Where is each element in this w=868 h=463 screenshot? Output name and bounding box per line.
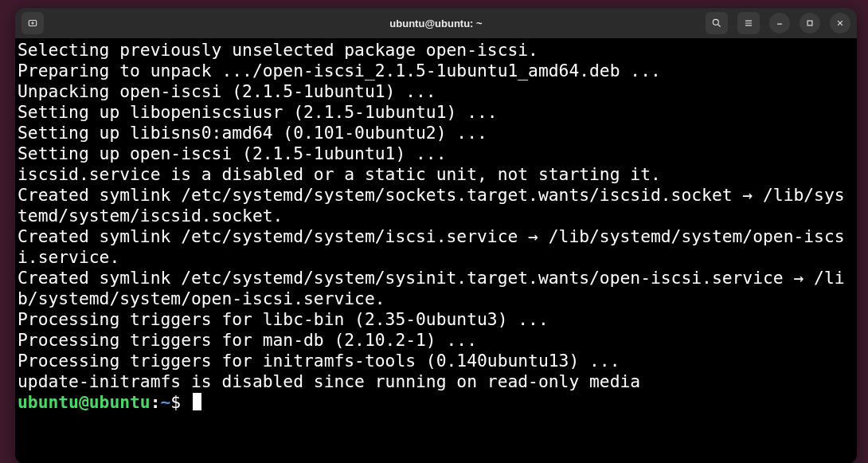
window-title: ubuntu@ubuntu: ~ (389, 18, 482, 29)
prompt-symbol: $ (170, 392, 181, 412)
terminal-output-line: Created symlink /etc/systemd/system/sysi… (18, 268, 854, 309)
terminal-output-line: Processing triggers for initramfs-tools … (18, 351, 854, 371)
prompt-path: ~ (161, 392, 171, 412)
svg-rect-9 (807, 21, 812, 26)
cursor (193, 393, 201, 410)
terminal-output-line: Setting up libopeniscsiusr (2.1.5-1ubunt… (18, 102, 854, 123)
terminal-output-line: Created symlink /etc/systemd/system/sock… (18, 185, 854, 226)
terminal-content[interactable]: Selecting previously unselected package … (15, 38, 857, 463)
terminal-output-line: Setting up libisns0:amd64 (0.101-0ubuntu… (18, 123, 854, 143)
terminal-output-line: iscsid.service is a disabled or a static… (18, 164, 854, 185)
svg-line-4 (718, 25, 721, 27)
terminal-output-line: update-initramfs is disabled since runni… (18, 371, 854, 392)
terminal-output-line: Processing triggers for libc-bin (2.35-0… (18, 309, 854, 330)
terminal-output-line: Unpacking open-iscsi (2.1.5-1ubuntu1) ..… (18, 81, 854, 102)
terminal-output-line: Created symlink /etc/systemd/system/iscs… (18, 226, 854, 268)
search-button[interactable] (706, 12, 728, 34)
terminal-output-line: Preparing to unpack .../open-iscsi_2.1.5… (18, 61, 854, 81)
search-icon (711, 18, 722, 29)
terminal-output: Selecting previously unselected package … (18, 40, 854, 392)
titlebar: ubuntu@ubuntu: ~ (15, 8, 857, 38)
prompt-user-host: ubuntu@ubuntu (18, 392, 151, 412)
new-tab-icon (27, 18, 38, 29)
maximize-icon (804, 18, 815, 29)
menu-button[interactable] (737, 12, 760, 34)
svg-point-3 (713, 19, 718, 25)
terminal-output-line: Processing triggers for man-db (2.10.2-1… (18, 330, 854, 351)
minimize-button[interactable] (769, 13, 790, 33)
maximize-button[interactable] (800, 13, 820, 33)
terminal-output-line: Setting up open-iscsi (2.1.5-1ubuntu1) .… (18, 143, 854, 164)
close-icon (835, 18, 846, 29)
close-button[interactable] (830, 13, 850, 33)
prompt-colon: : (151, 392, 161, 412)
hamburger-icon (743, 18, 754, 29)
minimize-icon (774, 18, 785, 29)
new-tab-button[interactable] (22, 12, 44, 34)
terminal-window: ubuntu@ubuntu: ~ (15, 8, 857, 463)
terminal-output-line: Selecting previously unselected package … (18, 40, 854, 61)
